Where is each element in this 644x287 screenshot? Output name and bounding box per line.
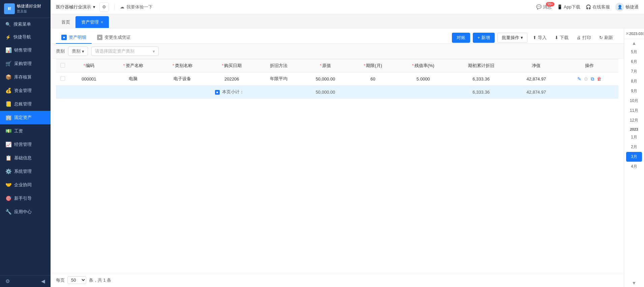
edit-icon[interactable]: ✎ <box>577 76 581 82</box>
collapse-icon[interactable]: ◀ <box>41 278 45 284</box>
row-checkbox[interactable] <box>60 76 65 81</box>
company-selector[interactable]: 医疗器械行业演示 ▾ <box>56 4 95 10</box>
sidebar-item-quick-nav[interactable]: ⚡ 快捷导航 <box>0 31 51 43</box>
sidebar-item-system[interactable]: ⚙️ 系统管理 <box>0 165 51 178</box>
rs-month-2023-3-current[interactable]: 3月 <box>626 152 642 162</box>
cell-category: 电子设备 <box>158 72 207 86</box>
settings-icon[interactable]: ⚙ <box>5 278 10 284</box>
rs-month-6[interactable]: 6月 <box>624 57 644 67</box>
download-icon: 📱 <box>557 4 562 9</box>
sidebar-item-search[interactable]: 🔍 搜索菜单 <box>0 18 51 31</box>
message-button[interactable]: 💬 消息 99+ <box>536 4 552 10</box>
content-area: ■ 资产明细 ■ 变更生成凭证 对账 + 新增 批量操作 ▾ ⬆ <box>51 28 644 287</box>
search-icon: 🔍 <box>5 22 11 27</box>
category-type-select[interactable]: 类别 ▾ <box>68 46 88 56</box>
subtotal-label: 本页小计： <box>222 89 244 94</box>
sidebar-item-label: 工资 <box>14 128 23 134</box>
sidebar-item-app-center[interactable]: 🔧 应用中心 <box>0 205 51 219</box>
tab-icon-active: ■ <box>61 35 67 40</box>
sub-tab-voucher-change[interactable]: ■ 变更生成凭证 <box>92 32 136 44</box>
refresh-icon: ↻ <box>599 35 603 40</box>
cell-original-value: 50,000.00 <box>301 72 350 86</box>
per-page-select[interactable]: 50 100 200 <box>67 276 86 284</box>
subtotal-label-cell: ■ 本页小计： <box>158 86 301 99</box>
rs-month-12[interactable]: 12月 <box>624 116 644 125</box>
select-all-checkbox[interactable] <box>60 63 65 68</box>
sidebar-item-sales[interactable]: 📊 销售管理 <box>0 43 51 57</box>
cell-purchase-date: 202206 <box>207 72 256 86</box>
sub-tab-asset-detail[interactable]: ■ 资产明细 <box>56 32 92 44</box>
quick-nav-icon: ⚡ <box>5 35 11 40</box>
tab-close-icon[interactable]: × <box>101 20 103 24</box>
sidebar-item-purchase[interactable]: 🛒 采购管理 <box>0 57 51 70</box>
rs-month-8[interactable]: 8月 <box>624 76 644 86</box>
col-depreciation-label: 折旧方法 <box>270 63 287 68</box>
rs-month-7[interactable]: 7月 <box>624 67 644 76</box>
cell-name: 电脑 <box>109 72 158 86</box>
service-icon: 🎧 <box>586 4 591 9</box>
subtotal-row: ■ 本页小计： 50,000.00 6,333.36 42,874.97 <box>56 86 618 99</box>
sidebar-item-guide[interactable]: 🎯 新手引导 <box>0 192 51 205</box>
fixed-assets-icon: 🏢 <box>5 115 11 121</box>
cell-code: 000001 <box>69 72 109 86</box>
user-profile[interactable]: 👤 畅捷通 <box>615 3 639 11</box>
tab-home[interactable]: 首页 <box>56 17 75 28</box>
rs-month-2023-1[interactable]: 1月 <box>624 132 644 142</box>
cloud-icon: ☁ <box>120 4 124 9</box>
rs-month-2023-2[interactable]: 2月 <box>624 142 644 152</box>
sidebar-item-funds[interactable]: 💰 资金管理 <box>0 84 51 97</box>
print-button[interactable]: 🖨 打印 <box>574 33 594 42</box>
subtotal-empty-actions <box>560 86 618 99</box>
app-download-button[interactable]: 📱 App下载 <box>557 4 580 10</box>
page-tabs: 首页 资产管理 × <box>51 14 644 28</box>
sidebar-item-ledger[interactable]: 📒 总账管理 <box>0 97 51 111</box>
sidebar-item-salary[interactable]: 💵 工资 <box>0 124 51 138</box>
rs-close-icon[interactable]: ✕ <box>625 31 629 36</box>
copy-icon[interactable]: ⧉ <box>591 76 594 82</box>
rs-nav-down[interactable]: ▼ <box>624 279 644 287</box>
cell-net-value: 42,874.97 <box>512 72 560 86</box>
download-label: 下载 <box>560 35 569 41</box>
view-icon[interactable]: ⊙ <box>584 76 588 82</box>
col-residual-rate: *残值率(%) <box>396 59 450 72</box>
new-button[interactable]: + 新增 <box>473 33 495 43</box>
sidebar-item-operations[interactable]: 📈 经营管理 <box>0 138 51 151</box>
rs-month-11[interactable]: 11月 <box>624 106 644 116</box>
sidebar-item-label: 总账管理 <box>14 101 32 107</box>
rs-month-2023-4[interactable]: 4月 <box>624 162 644 171</box>
category-dropdown[interactable]: 请选择固定资产类别 ▾ <box>91 46 159 56</box>
row-checkbox-cell[interactable] <box>56 72 69 86</box>
experience-button[interactable]: ☁ 我要体验一下 <box>120 4 153 10</box>
sidebar-item-label: 企业协同 <box>14 182 32 188</box>
rs-month-10[interactable]: 10月 <box>624 96 644 106</box>
subtotal-empty-period <box>350 86 396 99</box>
import-button[interactable]: ⬆ 导入 <box>530 33 549 42</box>
rs-month-5[interactable]: 5月 <box>624 47 644 57</box>
delete-icon[interactable]: 🗑 <box>597 76 602 82</box>
sidebar-item-basic-info[interactable]: 📋 基础信息 <box>0 151 51 165</box>
download-icon: ⬇ <box>555 35 558 40</box>
reconcile-button[interactable]: 对账 <box>452 33 470 43</box>
refresh-button[interactable]: ↻ 刷新 <box>596 33 616 42</box>
per-page-label: 每页 <box>56 277 65 283</box>
rs-month-9[interactable]: 9月 <box>624 86 644 96</box>
col-code: *编码 <box>69 59 109 72</box>
download-button[interactable]: ⬇ 下载 <box>552 33 571 42</box>
rs-expand-icon[interactable]: ⊞ <box>643 31 644 36</box>
tab-asset-management[interactable]: 资产管理 × <box>75 16 109 28</box>
subtotal-icon: ■ <box>215 90 220 95</box>
sidebar-item-enterprise[interactable]: 🤝 企业协同 <box>0 178 51 192</box>
sidebar-item-fixed-assets[interactable]: 🏢 固定资产 <box>0 111 51 124</box>
rs-nav-up[interactable]: ▲ <box>624 39 644 47</box>
col-period: *期限(月) <box>350 59 396 72</box>
batch-button[interactable]: 批量操作 ▾ <box>497 33 527 43</box>
salary-icon: 💵 <box>5 128 11 134</box>
topbar-divider <box>114 4 115 10</box>
settings-button[interactable]: ⚙ <box>99 2 109 12</box>
select-all-header[interactable] <box>56 59 69 72</box>
online-service-button[interactable]: 🎧 在线客服 <box>586 4 610 10</box>
logo-subtitle: 普及版 <box>17 9 41 14</box>
sidebar-item-inventory[interactable]: 📦 库存核算 <box>0 70 51 84</box>
asset-table-wrapper[interactable]: *编码 *资产名称 *类别名称 *购买日期 折旧方法 *原值 *期限(月) *残… <box>51 59 624 273</box>
col-name: *资产名称 <box>109 59 158 72</box>
